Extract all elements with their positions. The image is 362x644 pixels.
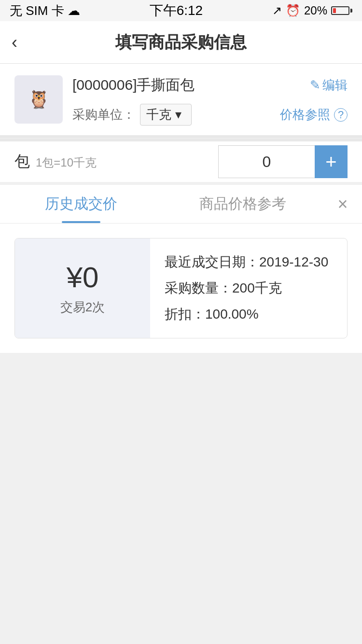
- nav-bar: ‹ 填写商品采购信息: [0, 21, 362, 64]
- battery-percent: 20%: [304, 4, 327, 17]
- quantity-detail-label: 采购数量：: [165, 280, 232, 295]
- tab-price-ref-label: 商品价格参考: [199, 194, 286, 214]
- discount-label: 折扣：: [165, 307, 205, 322]
- history-price-panel: ¥0 交易2次: [15, 238, 150, 338]
- discount-value: 100.00%: [205, 307, 259, 322]
- status-right: ↗ ⏰ 20%: [272, 4, 352, 17]
- history-card: ¥0 交易2次 最近成交日期：2019-12-30 采购数量：200千克 折扣：…: [14, 238, 348, 338]
- recent-date-row: 最近成交日期：2019-12-30: [165, 253, 333, 271]
- quantity-row: 包 1包=10千克 +: [0, 139, 362, 182]
- history-times: 交易2次: [60, 299, 105, 316]
- unit-chevron-icon: ▾: [175, 107, 181, 122]
- status-time: 下午6:12: [150, 1, 203, 20]
- product-info: [0000006]手撕面包 ✎ 编辑 采购单位： 千克 ▾: [72, 75, 348, 126]
- recent-date-label: 最近成交日期：: [165, 254, 259, 269]
- quantity-detail-value: 200千克: [232, 280, 282, 295]
- product-card: 🦉 [0000006]手撕面包 ✎ 编辑 采购单位： 千克 ▾: [0, 64, 362, 135]
- sim-status: 无 SIM 卡 ☁: [10, 2, 80, 19]
- status-bar: 无 SIM 卡 ☁ 下午6:12 ↗ ⏰ 20%: [0, 0, 362, 21]
- history-price-value: ¥0: [67, 261, 99, 294]
- price-ref-label: 价格参照: [280, 106, 330, 123]
- tab-history-label: 历史成交价: [45, 194, 117, 214]
- quantity-row-detail: 采购数量：200千克: [165, 279, 333, 297]
- page-title: 填写商品采购信息: [115, 31, 247, 54]
- discount-row: 折扣：100.00%: [165, 305, 333, 323]
- tabs-header: 历史成交价 商品价格参考 ×: [0, 185, 362, 224]
- close-icon: ×: [337, 194, 348, 214]
- edit-icon: ✎: [310, 78, 320, 93]
- quantity-plus-button[interactable]: +: [315, 145, 348, 178]
- currency-symbol: ¥: [67, 261, 83, 294]
- recent-date-value: 2019-12-30: [259, 254, 328, 269]
- quantity-label: 包 1包=10千克: [14, 151, 97, 172]
- tabs-close-button[interactable]: ×: [323, 194, 362, 214]
- help-icon: ?: [334, 108, 348, 122]
- navigation-icon: ↗: [272, 4, 282, 17]
- price-number: 0: [83, 261, 98, 294]
- product-name: [0000006]手撕面包: [72, 75, 195, 95]
- price-reference-button[interactable]: 价格参照 ?: [280, 106, 348, 123]
- content-area: 🦉 [0000006]手撕面包 ✎ 编辑 采购单位： 千克 ▾: [0, 64, 362, 353]
- plus-icon: +: [325, 152, 336, 171]
- status-left: 无 SIM 卡 ☁: [10, 2, 80, 19]
- tab-product-price-ref[interactable]: 商品价格参考: [162, 185, 323, 223]
- alarm-icon: ⏰: [286, 4, 300, 17]
- unit-label-text: 采购单位：: [72, 106, 135, 123]
- battery-icon: [331, 6, 352, 15]
- back-button[interactable]: ‹: [12, 32, 17, 53]
- section-divider: [0, 135, 362, 138]
- product-thumbnail: 🦉: [14, 75, 63, 124]
- quantity-input-group: +: [218, 145, 348, 178]
- unit-value: 千克: [146, 106, 171, 123]
- unit-select[interactable]: 千克 ▾: [140, 104, 192, 126]
- tab-history-price[interactable]: 历史成交价: [0, 185, 162, 223]
- tabs-section: 历史成交价 商品价格参考 × ¥0 交易2次: [0, 185, 362, 353]
- quantity-input[interactable]: [218, 145, 315, 178]
- quantity-convert: 1包=10千克: [36, 155, 97, 170]
- product-logo-icon: 🦉: [28, 89, 50, 110]
- tab-active-indicator: [62, 221, 100, 223]
- unit-label: 采购单位： 千克 ▾: [72, 104, 192, 126]
- history-details-panel: 最近成交日期：2019-12-30 采购数量：200千克 折扣：100.00%: [150, 238, 347, 338]
- edit-label: 编辑: [322, 77, 348, 94]
- quantity-unit: 包: [14, 151, 30, 172]
- history-content: ¥0 交易2次 最近成交日期：2019-12-30 采购数量：200千克 折扣：…: [0, 224, 362, 353]
- edit-button[interactable]: ✎ 编辑: [310, 77, 348, 94]
